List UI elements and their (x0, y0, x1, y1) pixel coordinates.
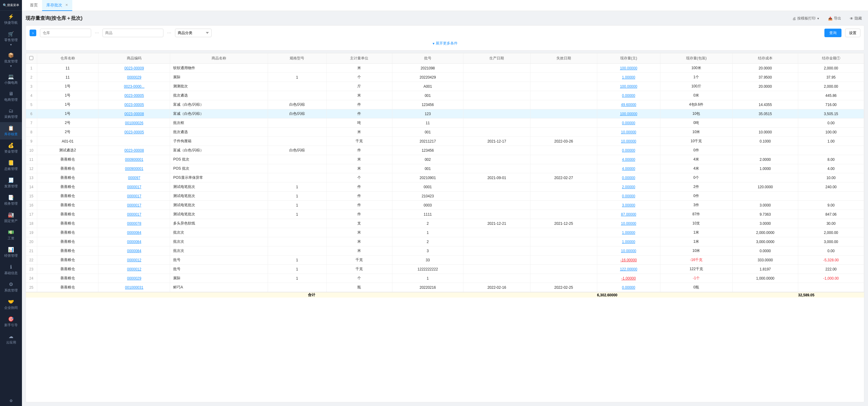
cell-batch: 123456 (392, 100, 463, 109)
sidebar-item-label: 资金管理 (4, 149, 18, 154)
cell-index: 3 (26, 82, 37, 91)
cell-index: 13 (26, 173, 37, 182)
cell-qty-pkg: 4包9.6件 (660, 100, 732, 109)
sidebar-item-system[interactable]: ⚙ 系统管理 (0, 278, 22, 296)
cell-code: 0000029 (98, 274, 170, 283)
cell-unit: 件 (327, 100, 392, 109)
export-btn[interactable]: 📤 导出 (826, 14, 844, 22)
cell-prod (463, 91, 530, 100)
goods-input[interactable] (102, 29, 163, 37)
sidebar: 🔍 搜索菜单 ⚡ 快捷导航 🛒 零售管理 ▼ 📦 批发管理 ▼ 💻 小脑电商 🖥… (0, 0, 22, 406)
cell-cost: 0.1000 (732, 137, 798, 146)
cell-batch: 20220216 (392, 283, 463, 293)
sidebar-item-tax[interactable]: 📑 税务管理 (0, 192, 22, 209)
cell-exp: 2022-02-25 (530, 283, 597, 293)
cell-batch: 001 (392, 128, 463, 137)
sidebar-item-wholesale[interactable]: 📦 批发管理 ▼ (0, 49, 22, 71)
sidebar-item-purchase[interactable]: 🗂 采购管理 (0, 105, 22, 122)
cell-amount: 445.86 (798, 91, 864, 100)
cell-prod (463, 201, 530, 210)
sidebar-item-guide[interactable]: 🎯 新手引导 (0, 313, 22, 331)
filter-expand-btn[interactable]: › (30, 30, 36, 36)
tab-inventory-batch[interactable]: 库存批次 ✕ (42, 0, 72, 11)
sidebar-item-biz[interactable]: 📊 经营管理 (0, 244, 22, 261)
cell-index: 12 (26, 164, 37, 173)
cell-warehouse: 善善粮仓 (37, 228, 98, 237)
cell-spec (268, 246, 327, 256)
warehouse-input[interactable] (40, 29, 91, 37)
cell-cost: 14.4355 (732, 100, 798, 109)
cell-spec (268, 128, 327, 137)
cell-batch: 2 (392, 219, 463, 228)
sidebar-item-inventory[interactable]: 📋 库存核查 (0, 122, 22, 139)
table-row: 22善善粮仓0000012批号1千克33-16.00000-16千克333.00… (26, 256, 864, 265)
cell-warehouse: 善善粮仓 (37, 283, 98, 293)
sidebar-item-invoice[interactable]: 🧾 发票管理 (0, 174, 22, 192)
sidebar-item-salary[interactable]: 💵 工资 (0, 226, 22, 244)
cell-prod (463, 128, 530, 137)
cell-code (98, 137, 170, 146)
sidebar-search[interactable]: 🔍 搜索菜单 (0, 0, 22, 11)
hide-btn[interactable]: 👁 隐藏 (847, 14, 864, 22)
cell-warehouse: 善善粮仓 (37, 210, 98, 219)
filter-goods-item (102, 29, 163, 37)
cell-amount: 10.00 (798, 173, 864, 182)
cell-spec (268, 137, 327, 146)
sidebar-item-small-ec[interactable]: 💻 小脑电商 (0, 71, 22, 88)
totals-cost (732, 292, 798, 298)
cell-code: 000900001 (98, 164, 170, 173)
inventory-table: 仓库名称 商品编码 商品名称 规格型号 主计量单位 批号 生产日期 失效日期 现… (26, 53, 864, 298)
sidebar-item-retail[interactable]: 🛒 零售管理 ▼ (0, 28, 22, 49)
settings-btn[interactable]: 设置 (845, 29, 860, 37)
cell-name: 批次遴选 (170, 91, 268, 100)
sidebar-item-collab[interactable]: 🤝 企业协同 (0, 296, 22, 313)
cell-cost: 3,000.0000 (732, 237, 798, 246)
filter-warehouse-item (40, 29, 91, 37)
cell-code: 0000017 (98, 210, 170, 219)
select-all-checkbox[interactable] (29, 56, 33, 60)
cell-qty-pkg: 0吨 (660, 119, 732, 128)
table-row: 72号001000026批次框吨110.000000吨0.00 (26, 119, 864, 128)
tab-home[interactable]: 首页 (26, 0, 42, 11)
sidebar-item-fixed[interactable]: 🏭 固定资产 (0, 209, 22, 226)
cell-code: 000097 (98, 173, 170, 182)
tab-close-icon[interactable]: ✕ (65, 3, 68, 7)
cell-qty-pkg: 0瓶 (660, 283, 732, 293)
cell-name: 软软通用物件 (170, 64, 268, 73)
chevron-down-icon: ▼ (817, 17, 819, 20)
sidebar-item-ec[interactable]: 🖥 电商管理 (0, 88, 22, 105)
sidebar-item-finance[interactable]: 💰 资金管理 (0, 139, 22, 157)
cell-cost: 37.9500 (732, 73, 798, 82)
cell-cost: 3.0000 (732, 201, 798, 210)
ec-icon: 🖥 (8, 91, 13, 97)
cell-spec: 1 (268, 201, 327, 210)
cell-exp (530, 82, 597, 91)
chevron-down-icon: ▼ (10, 43, 12, 46)
sidebar-settings-btn[interactable]: ⚙ (0, 396, 22, 406)
cell-prod (463, 192, 530, 201)
sidebar-item-cloud[interactable]: ☁ 云应用 (0, 331, 22, 348)
cell-qty-pkg: 2件 (660, 182, 732, 192)
cell-cost: 333.0000 (732, 256, 798, 265)
fixed-icon: 🏭 (8, 212, 14, 218)
cell-warehouse: 善善粮仓 (37, 274, 98, 283)
cell-qty: 10.00000 (597, 219, 660, 228)
category-select[interactable]: 商品分类 (175, 29, 212, 37)
table-row: 61号0023-00008富减（白色/闪棕）白色/闪棕件123100.00000… (26, 109, 864, 119)
cell-spec (268, 64, 327, 73)
print-template-btn[interactable]: 🖨 按模板打印 ▼ (790, 14, 822, 22)
sidebar-item-quick-nav[interactable]: ⚡ 快捷导航 (0, 11, 22, 28)
cell-qty-pkg: 100斤 (660, 82, 732, 91)
cell-code: 0000078 (98, 219, 170, 228)
retail-icon: 🛒 (8, 31, 14, 37)
cell-cost: 2,000.0000 (732, 228, 798, 237)
cell-code: 0000017 (98, 201, 170, 210)
cell-exp: 2021-12-25 (530, 219, 597, 228)
sidebar-item-base[interactable]: ℹ 基础信息 (0, 261, 22, 278)
cell-prod: 2021-12-21 (463, 219, 530, 228)
filter-expand-row[interactable]: ▾ 展开更多条件 (30, 40, 860, 47)
cell-warehouse: 善善粮仓 (37, 164, 98, 173)
cell-index: 1 (26, 64, 37, 73)
sidebar-item-general[interactable]: 📒 总账管理 (0, 157, 22, 174)
search-btn[interactable]: 查询 (825, 29, 841, 37)
